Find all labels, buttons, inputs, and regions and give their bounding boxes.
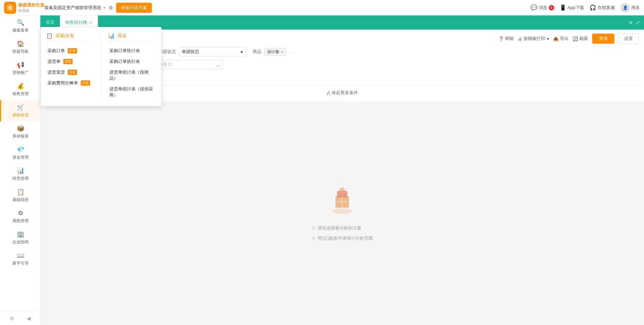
filter-goods: 商品 设计素 ✕ ... bbox=[253, 48, 293, 56]
system-dropdown-icon[interactable]: ▾ bbox=[103, 5, 105, 10]
dropdown-item-report-order-stat[interactable]: 采购订单统计表 bbox=[108, 45, 156, 56]
enterprise-icon: 🏢 bbox=[17, 231, 24, 238]
report-col-icon: 📊 bbox=[108, 33, 115, 39]
logo-area: 6 畅捷通好生意 标准版 bbox=[4, 2, 44, 14]
top-nav-right: 💬 消息 9 📱 App下载 🎧 在线客服 👤 用友 bbox=[531, 3, 640, 12]
sidebar-item-marketing[interactable]: 📢 营销推广 bbox=[0, 58, 40, 79]
goods-tag: 设计素 ✕ bbox=[264, 48, 287, 56]
goods-ellipsis[interactable]: ... bbox=[289, 49, 293, 54]
message-icon: 💬 bbox=[531, 4, 537, 11]
dropdown-item-purchase-inbound[interactable]: 进货单 历史 bbox=[46, 56, 94, 67]
sidebar-collapse-btn[interactable]: ◀ bbox=[27, 315, 31, 322]
svg-point-2 bbox=[332, 208, 352, 214]
dropdown-col-report-title: 📊 报表 bbox=[108, 33, 156, 41]
goods-label: 商品 bbox=[253, 49, 261, 55]
sidebar-item-sales[interactable]: 💰 销售管理 bbox=[0, 79, 40, 100]
home-icon: 🏠 bbox=[17, 40, 24, 47]
collapse-btn[interactable]: ⋀ 收起更多条件 bbox=[325, 88, 360, 98]
user-menu-btn[interactable]: 👤 用友 bbox=[620, 3, 640, 12]
query-btn[interactable]: 查询 bbox=[592, 34, 614, 44]
phone-icon: 📱 bbox=[560, 4, 566, 11]
print-btn[interactable]: 🖨 按模板打印 ▾ bbox=[518, 36, 549, 42]
purchase-icon: 🛒 bbox=[17, 104, 24, 111]
logo-icon: 6 bbox=[4, 2, 16, 14]
purchase-dropdown-menu: 📋 采购业务 采购订单 历史 进货单 历史 进货退货 历史 采购费用分摊单 历史… bbox=[40, 27, 162, 106]
sidebar-item-enterprise[interactable]: 🏢 企业协同 bbox=[0, 227, 40, 248]
select-dropdown-icon: ▾ bbox=[241, 49, 243, 54]
dropdown-col-report: 📊 报表 采购订单统计表 采购订单执行表 进货单统计表（按商品） 进货单统计表（… bbox=[108, 33, 156, 100]
dropdown-item-report-order-exec[interactable]: 采购订单执行表 bbox=[108, 56, 156, 67]
newbie-icon: 📖 bbox=[17, 252, 24, 259]
system-name: 装备及固定资产辅助管理系统 bbox=[44, 5, 101, 11]
empty-icon bbox=[325, 184, 359, 218]
svg-text:6: 6 bbox=[9, 5, 11, 10]
tab-bar-right: ✕ ⤢ bbox=[629, 19, 644, 26]
history-badge-0: 历史 bbox=[68, 48, 77, 53]
dropdown-item-purchase-expense[interactable]: 采购费用分摊单 历史 bbox=[46, 78, 94, 88]
inventory-icon: 📦 bbox=[17, 125, 24, 132]
history-badge-3: 历史 bbox=[81, 80, 90, 86]
empty-state: 请先选择要分析的方案 用[过滤]条件来缩小分析范围 bbox=[40, 102, 644, 325]
headset-icon: 🎧 bbox=[589, 4, 596, 11]
help-btn[interactable]: ❓ 帮助 bbox=[498, 36, 514, 42]
dropdown-divider bbox=[101, 33, 101, 100]
collapse-up-icon: ⋀ bbox=[327, 90, 330, 95]
sidebar-item-inventory[interactable]: 📦 库存核算 bbox=[0, 121, 40, 143]
sidebar-item-purchase[interactable]: 🛒 采购管理 bbox=[0, 100, 40, 121]
goods-tag-close[interactable]: ✕ bbox=[281, 50, 284, 54]
salesperson-ellipsis: ... bbox=[216, 62, 220, 67]
sidebar-bottom: ⚙ ◀ bbox=[0, 312, 40, 325]
sidebar-item-system[interactable]: ⚙ 系统管理 bbox=[0, 206, 40, 227]
basicinfo-icon: 📋 bbox=[17, 188, 24, 196]
salesperson-select[interactable]: 业务员 ... bbox=[156, 60, 223, 69]
print-dropdown-icon: ▾ bbox=[547, 36, 549, 41]
industry-btn[interactable]: 体验行业方案 bbox=[116, 3, 152, 13]
logo-text: 畅捷通好生意 标准版 bbox=[18, 2, 44, 13]
operations-icon: 📊 bbox=[17, 167, 24, 174]
online-service-btn[interactable]: 🎧 在线客服 bbox=[589, 4, 615, 11]
settings-btn[interactable]: 设置 bbox=[618, 34, 639, 44]
sidebar-item-capital[interactable]: 💎 资金管理 bbox=[0, 143, 40, 164]
avatar-letter: 👤 bbox=[623, 5, 628, 10]
dropdown-item-report-inbound-by-goods[interactable]: 进货单统计表（按商品） bbox=[108, 67, 156, 84]
marketing-icon: 📢 bbox=[17, 61, 24, 69]
system-settings-icon[interactable]: ⚙ bbox=[107, 4, 114, 11]
dropdown-col-purchase: 📋 采购业务 采购订单 历史 进货单 历史 进货退货 历史 采购费用分摊单 历史 bbox=[46, 33, 94, 100]
tab-expand-icon[interactable]: ⤢ bbox=[636, 19, 640, 26]
capital-icon: 💎 bbox=[17, 146, 24, 153]
empty-tips: 请先选择要分析的方案 用[过滤]条件来缩小分析范围 bbox=[312, 223, 372, 243]
sidebar-item-newbie[interactable]: 📖 新手引导 bbox=[0, 248, 40, 270]
top-nav-bar: 6 畅捷通好生意 标准版 装备及固定资产辅助管理系统 ▾ ⚙ 体验行业方案 💬 … bbox=[0, 0, 644, 15]
svg-point-5 bbox=[339, 188, 345, 193]
refresh-btn[interactable]: 🔄 刷新 bbox=[573, 36, 588, 42]
sidebar-item-search[interactable]: 🔍 搜索菜单 bbox=[0, 15, 40, 37]
purchase-col-icon: 📋 bbox=[46, 33, 53, 39]
dropdown-item-purchase-return[interactable]: 进货退货 历史 bbox=[46, 67, 94, 78]
refresh-icon: 🔄 bbox=[573, 36, 578, 41]
history-badge-2: 历史 bbox=[68, 70, 77, 75]
export-btn[interactable]: 📤 导出 bbox=[553, 36, 569, 42]
help-icon: ❓ bbox=[498, 36, 504, 41]
system-icon: ⚙ bbox=[18, 209, 23, 217]
message-badge: 9 bbox=[549, 5, 554, 10]
sidebar-item-quicknav[interactable]: 🏠 快捷导航 bbox=[0, 37, 40, 58]
tab-close-all-icon[interactable]: ✕ bbox=[629, 19, 633, 26]
doc-status-select[interactable]: 单据状态 ▾ bbox=[179, 47, 246, 56]
search-icon: 🔍 bbox=[17, 19, 24, 26]
dropdown-item-report-inbound-by-supplier[interactable]: 进货单统计表（按供应商） bbox=[108, 84, 156, 100]
user-label: 用友 bbox=[631, 5, 640, 11]
sidebar: 🔍 搜索菜单 🏠 快捷导航 📢 营销推广 💰 销售管理 🛒 采购管理 📦 库存核… bbox=[0, 15, 40, 325]
sidebar-item-basicinfo[interactable]: 📋 基础信息 bbox=[0, 185, 40, 206]
dropdown-item-purchase-order[interactable]: 采购订单 历史 bbox=[46, 45, 94, 56]
tab-close-icon[interactable]: ✕ bbox=[89, 20, 93, 25]
app-download-btn[interactable]: 📱 App下载 bbox=[560, 4, 584, 11]
messages-btn[interactable]: 💬 消息 9 bbox=[531, 4, 554, 11]
user-avatar: 👤 bbox=[620, 3, 630, 12]
dropdown-col-purchase-title: 📋 采购业务 bbox=[46, 33, 94, 41]
print-icon: 🖨 bbox=[518, 36, 522, 41]
sidebar-item-operations[interactable]: 📊 经营管理 bbox=[0, 164, 40, 185]
sidebar-settings-btn[interactable]: ⚙ bbox=[9, 315, 14, 322]
filter-doc-status: 单据状态 单据状态 ▾ bbox=[158, 47, 246, 56]
history-badge-1: 历史 bbox=[63, 59, 73, 64]
export-icon: 📤 bbox=[553, 36, 559, 41]
